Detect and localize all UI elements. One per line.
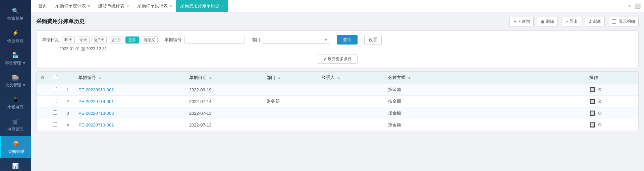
view-action-icon[interactable]: 🔲 [589, 87, 595, 92]
main-content: 首页 采购订单统计表 × 进货单统计表 × 采购订单执行表 × 采购费用分摊单历… [31, 0, 644, 171]
cell-gear [37, 119, 49, 131]
more-date-btn[interactable]: 更多 [125, 36, 139, 44]
cell-handler [318, 96, 384, 107]
page-header: 采购费用分摊单历史 ＋ + 新增 🗑 删除 ↗ 导出 ↺ 刷新 [36, 17, 639, 26]
th-actions: 操作 [585, 72, 638, 84]
cell-gear [37, 107, 49, 119]
row-checkbox[interactable] [53, 87, 57, 91]
settings-icon[interactable]: ⚙ [41, 75, 45, 80]
cell-doc-no: PE-20220919-002 [74, 84, 185, 96]
view-action-icon[interactable]: 🔲 [589, 99, 595, 104]
last7days-btn[interactable]: 近7天 [92, 36, 107, 44]
cell-doc-no: PE-20220713-003 [74, 107, 185, 119]
cell-handler [318, 107, 384, 119]
dept-field: 部门 ▼ [252, 36, 330, 44]
edit-action-icon[interactable]: ⚙ [598, 87, 602, 92]
show-cols-checkbox[interactable] [612, 19, 616, 24]
cell-doc-date: 2022-07-14 [185, 96, 263, 107]
delete-button[interactable]: 🗑 删除 [537, 17, 558, 26]
sort-dept-icon[interactable]: ⇅ [277, 76, 280, 80]
th-split-method: 分摊方式 ⇅ [384, 72, 585, 84]
tab-purchase-order-stats[interactable]: 采购订单统计表 × [51, 0, 94, 12]
tab-home[interactable]: 首页 [34, 0, 51, 12]
sidebar-item-ecom-mgmt[interactable]: 🛒 电商管理 [0, 114, 31, 136]
dept-input[interactable] [263, 36, 330, 44]
refresh-button[interactable]: ↺ 刷新 [585, 17, 605, 26]
cell-dept [263, 107, 318, 119]
sort-handler-icon[interactable]: ⇅ [337, 76, 340, 80]
close-tab-inbound-stats[interactable]: × [126, 4, 128, 8]
table-row: 4 PE-20220713-001 2022-07-13 按金额 🔲 ⚙ [37, 119, 638, 131]
search-settings-button[interactable]: 设置 [364, 35, 382, 45]
cell-handler [318, 84, 384, 96]
cell-actions: 🔲 ⚙ [585, 107, 638, 119]
show-cols-toggle[interactable]: 显示明细 [608, 17, 639, 26]
table-row: 1 PE-20220919-002 2022-09-19 按金额 🔲 ⚙ [37, 84, 638, 96]
export-button[interactable]: ↗ 导出 [561, 17, 581, 26]
last1month-btn[interactable]: 近1月 [109, 36, 124, 44]
tabs-bar: 首页 采购订单统计表 × 进货单统计表 × 采购订单执行表 × 采购费用分摊单历… [31, 0, 644, 12]
tab-inbound-stats[interactable]: 进货单统计表 × [94, 0, 133, 12]
edit-action-icon[interactable]: ⚙ [598, 122, 602, 127]
doc-no-input[interactable] [184, 36, 245, 44]
expand-conditions-btn[interactable]: ∨ 展开更多条件 [318, 55, 358, 64]
edit-action-icon[interactable]: ⚙ [598, 99, 602, 104]
sidebar-item-search-menu[interactable]: 🔍 搜索菜单 [0, 3, 31, 25]
query-button[interactable]: 查询 [337, 35, 358, 45]
row-checkbox[interactable] [53, 122, 57, 126]
close-all-tabs-icon[interactable]: ✕ [628, 3, 632, 9]
cell-doc-date: 2022-07-13 [185, 119, 263, 131]
cell-doc-date: 2022-09-19 [185, 84, 263, 96]
sort-doc-date-icon[interactable]: ⇅ [209, 76, 212, 80]
cell-split-method: 按金额 [384, 119, 585, 131]
cell-doc-no: PE-20220713-001 [74, 119, 185, 131]
doc-no-link[interactable]: PE-20220713-001 [78, 122, 114, 127]
sort-split-method-icon[interactable]: ⇅ [408, 76, 411, 80]
tab-purchase-order-exec[interactable]: 采购订单执行表 × [133, 0, 176, 12]
sidebar-item-quick-nav[interactable]: ⚡ 快捷导航 [0, 25, 31, 48]
yesterday-btn[interactable]: 昨天 [62, 36, 75, 44]
select-all-checkbox[interactable] [53, 75, 57, 79]
row-checkbox[interactable] [53, 99, 57, 103]
cell-dept [263, 84, 318, 96]
cell-doc-date: 2022-07-13 [185, 107, 263, 119]
sidebar-item-retail-mgmt[interactable]: 🏪 零售管理 ▼ [0, 48, 31, 70]
add-icon: ＋ [513, 19, 517, 24]
today-btn[interactable]: 今天 [77, 36, 90, 44]
edit-action-icon[interactable]: ⚙ [598, 110, 602, 116]
th-dept: 部门 ⇅ [263, 72, 318, 84]
sidebar-item-inventory[interactable]: 📊 库存核算 [0, 158, 31, 171]
restore-window-icon[interactable]: ⬜ [635, 3, 641, 9]
sidebar-item-mini-ecom[interactable]: 📱 小畅电商 [0, 92, 31, 114]
data-table: ⚙ 单据编号 ⇅ 单据日期 ⇅ [37, 72, 638, 131]
doc-no-link[interactable]: PE-20220919-002 [78, 87, 114, 92]
cell-handler [318, 119, 384, 131]
view-action-icon[interactable]: 🔲 [589, 110, 595, 116]
sort-doc-no-icon[interactable]: ⇅ [98, 76, 101, 80]
close-tab-purchase-order-exec[interactable]: × [170, 4, 172, 8]
ecom-icon: 🛒 [1, 118, 30, 125]
sidebar-item-purchase-mgmt[interactable]: 📦 采购管理 [0, 136, 31, 158]
row-checkbox[interactable] [53, 110, 57, 115]
doc-no-link[interactable]: PE-20220713-003 [78, 111, 114, 116]
tab-purchase-cost-hist[interactable]: 采购费用分摊单历史 × [176, 0, 228, 12]
add-button[interactable]: ＋ + 新增 [509, 17, 534, 26]
close-tab-purchase-order-stats[interactable]: × [88, 4, 90, 8]
sidebar-item-wholesale-mgmt[interactable]: 🏬 批发管理 ▼ [0, 70, 31, 92]
th-checkbox [49, 72, 61, 84]
sidebar: 🔍 搜索菜单 ⚡ 快捷导航 🏪 零售管理 ▼ 🏬 批发管理 ▼ 📱 小畅电商 🛒… [0, 0, 31, 171]
custom-date-btn[interactable]: 自定义 [141, 36, 158, 44]
quick-nav-icon: ⚡ [1, 29, 30, 37]
th-doc-no: 单据编号 ⇅ [74, 72, 185, 84]
page-title: 采购费用分摊单历史 [36, 18, 85, 25]
cell-num: 2 [61, 96, 74, 107]
cell-actions: 🔲 ⚙ [585, 84, 638, 96]
date-label: 单据日期 [42, 37, 59, 43]
export-icon: ↗ [565, 19, 568, 24]
view-action-icon[interactable]: 🔲 [589, 122, 595, 127]
close-tab-purchase-cost-hist[interactable]: × [221, 4, 223, 8]
th-gear: ⚙ [37, 72, 49, 84]
doc-no-link[interactable]: PE-20220714-001 [78, 99, 114, 104]
dept-label: 部门 [252, 37, 260, 43]
cell-split-method: 按金额 [384, 96, 585, 107]
